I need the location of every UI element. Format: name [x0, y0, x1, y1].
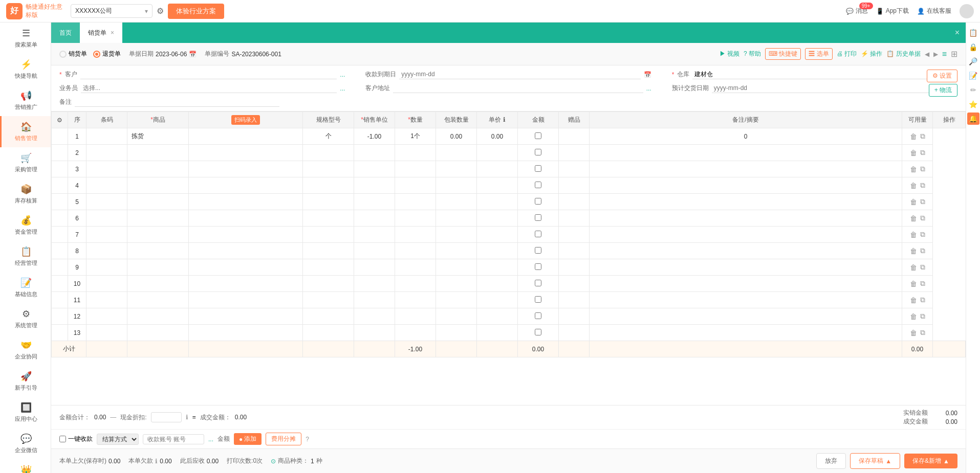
row-gift[interactable] [518, 243, 559, 259]
sidebar-item-system[interactable]: ⚙ 系统管理 [0, 303, 51, 334]
row-price[interactable] [436, 210, 477, 227]
row-qty[interactable] [354, 276, 395, 292]
calendar-icon[interactable]: 📅 [189, 51, 197, 58]
row-product[interactable] [127, 292, 189, 308]
row-price[interactable] [436, 227, 477, 243]
delete-icon[interactable]: 🗑 [910, 132, 917, 141]
tab-home[interactable]: 首页 [51, 22, 80, 43]
row-gift[interactable] [518, 292, 559, 308]
scan-barcode-button[interactable]: 扫码录入 [231, 115, 260, 125]
sidebar-item-apps[interactable]: 🔲 应用中心 [0, 397, 51, 428]
row-remark[interactable] [559, 308, 590, 325]
expected-date-input[interactable] [712, 83, 947, 93]
row-barcode[interactable] [86, 177, 127, 194]
row-qty[interactable] [354, 308, 395, 325]
row-qty[interactable] [354, 161, 395, 177]
sidebar-item-wecom[interactable]: 💬 企业微信 [0, 428, 51, 459]
right-icon-pen[interactable]: ✏ [967, 84, 979, 96]
row-gift[interactable] [518, 161, 559, 177]
row-gift[interactable] [518, 259, 559, 276]
copy-icon[interactable]: ⧉ [920, 296, 925, 304]
online-service-button[interactable]: 👤 在线客服 [917, 7, 951, 15]
row-qty[interactable] [354, 227, 395, 243]
row-spec[interactable] [189, 276, 303, 292]
delete-icon[interactable]: 🗑 [910, 182, 917, 190]
salesperson-dots[interactable]: ... [340, 85, 345, 92]
customer-dots[interactable]: ... [340, 71, 345, 78]
row-price[interactable] [436, 276, 477, 292]
row-barcode[interactable] [86, 276, 127, 292]
row-spec[interactable] [189, 210, 303, 227]
delete-icon[interactable]: 🗑 [910, 312, 917, 321]
row-remark[interactable] [559, 292, 590, 308]
row-product[interactable] [127, 145, 189, 161]
app-download-button[interactable]: 📱 App下载 [876, 7, 909, 15]
add-button[interactable]: ● 添加 [234, 433, 262, 445]
nav-prev-icon[interactable]: ◀ [925, 51, 929, 58]
row-qty[interactable] [354, 210, 395, 227]
warehouse-input[interactable] [692, 70, 949, 79]
row-barcode[interactable] [86, 259, 127, 276]
row-spec[interactable] [189, 161, 303, 177]
row-price[interactable] [436, 194, 477, 210]
row-qty[interactable] [354, 292, 395, 308]
row-gift[interactable] [518, 194, 559, 210]
cash-discount-input[interactable] [151, 412, 182, 422]
sidebar-item-guide[interactable]: 🚀 新手引导 [0, 366, 51, 397]
close-all-tabs-button[interactable]: × [949, 28, 966, 37]
row-qty[interactable] [354, 145, 395, 161]
delete-icon[interactable]: 🗑 [910, 329, 917, 337]
shortcut-btn[interactable]: ⌨ 快捷键 [765, 48, 801, 60]
row-remark[interactable] [559, 177, 590, 194]
right-icon-star[interactable]: ⭐ [967, 98, 979, 110]
copy-icon[interactable]: ⧉ [920, 230, 925, 239]
expense-split-button[interactable]: 费用分摊 [266, 433, 301, 445]
sidebar-item-quick[interactable]: ⚡ 快捷导航 [0, 54, 51, 85]
row-barcode[interactable] [86, 308, 127, 325]
one-click-payment-checkbox[interactable]: 一键收款 [59, 435, 93, 443]
row-qty[interactable] [354, 243, 395, 259]
row-product[interactable] [127, 276, 189, 292]
logistics-button[interactable]: + 物流 [929, 84, 957, 97]
account-input[interactable] [143, 434, 204, 444]
right-icon-edit[interactable]: 📝 [967, 70, 979, 82]
delete-icon[interactable]: 🗑 [910, 165, 917, 173]
row-gift[interactable] [518, 210, 559, 227]
row-gift[interactable] [518, 227, 559, 243]
row-qty[interactable]: -1.00 [354, 128, 395, 145]
row-price[interactable] [436, 259, 477, 276]
right-icon-notes[interactable]: 📋 [967, 27, 979, 39]
due-date-calendar-icon[interactable]: 📅 [644, 71, 651, 78]
row-remark[interactable] [559, 243, 590, 259]
one-click-payment-check[interactable] [59, 436, 66, 442]
customer-addr-dots[interactable]: ... [646, 85, 651, 92]
row-price[interactable] [436, 145, 477, 161]
row-qty[interactable] [354, 259, 395, 276]
sidebar-item-finance[interactable]: 💰 资金管理 [0, 210, 51, 241]
row-spec[interactable] [189, 325, 303, 341]
save-draft-button[interactable]: 保存草稿 ▲ [850, 453, 900, 469]
copy-icon[interactable]: ⧉ [920, 246, 925, 255]
video-btn[interactable]: ▶ 视频 [720, 50, 739, 58]
row-qty[interactable] [354, 194, 395, 210]
row-product[interactable] [127, 210, 189, 227]
sidebar-item-inventory[interactable]: 📦 库存核算 [0, 178, 51, 210]
row-barcode[interactable] [86, 243, 127, 259]
print-btn[interactable]: 🖨 打印 [837, 50, 857, 58]
row-remark[interactable] [559, 259, 590, 276]
due-date-input[interactable] [399, 70, 640, 79]
row-barcode[interactable] [86, 227, 127, 243]
radio-sales[interactable]: 销货单 [59, 50, 87, 58]
row-remark[interactable] [559, 210, 590, 227]
row-barcode[interactable] [86, 161, 127, 177]
settings-icon[interactable]: ⚙ [157, 6, 164, 16]
row-spec[interactable] [189, 243, 303, 259]
row-spec[interactable] [189, 308, 303, 325]
calc-method-select[interactable]: 结算方式 [97, 434, 139, 445]
select-btn[interactable]: ☰ 选单 [805, 48, 832, 60]
th-settings[interactable]: ⚙ [52, 112, 68, 128]
customer-addr-input[interactable] [393, 83, 643, 93]
history-btn[interactable]: 📋 历史单据 [886, 50, 920, 58]
row-product[interactable]: 拣货 [127, 128, 189, 145]
row-barcode[interactable] [86, 325, 127, 341]
